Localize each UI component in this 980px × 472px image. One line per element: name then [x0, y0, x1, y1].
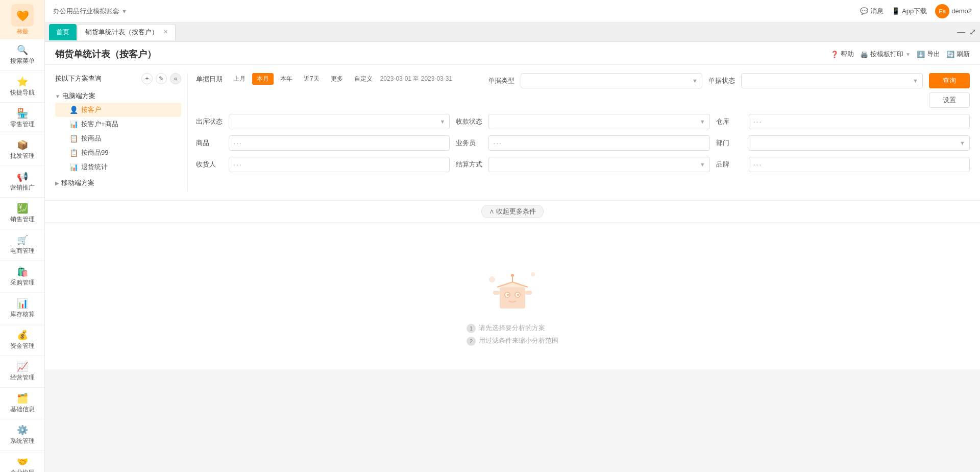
message-button[interactable]: 💬 消息 — [860, 7, 884, 16]
warehouse-input[interactable]: ··· — [749, 114, 970, 129]
sidebar-item-enterprise[interactable]: 🤝 企业协同 — [0, 451, 44, 472]
sidebar-item-label: 库存核算 — [10, 310, 35, 319]
order-type-chevron-icon: ▼ — [692, 78, 698, 84]
industry-title[interactable]: 办公用品行业模拟账套 ▼ — [53, 7, 127, 16]
query-button[interactable]: 查询 — [929, 73, 970, 88]
tab-sales-stat[interactable]: 销货单统计表（按客户） ✕ — [78, 24, 176, 40]
print-icon: 🖨️ — [860, 51, 868, 58]
date-tab-this-month[interactable]: 本月 — [252, 73, 274, 85]
salesperson-dots: ··· — [493, 139, 502, 147]
scheme-item-return-stat[interactable]: 📊 退货统计 — [55, 160, 181, 174]
tab-home[interactable]: 首页 — [49, 24, 77, 40]
refresh-button[interactable]: 🔄 刷新 — [946, 50, 970, 59]
scheme-item-label: 按客户 — [81, 105, 101, 114]
svg-rect-4 — [500, 287, 525, 309]
return-icon: 📊 — [69, 163, 78, 171]
app-download-button[interactable]: 📱 App下载 — [892, 7, 927, 16]
sidebar-item-quick-nav[interactable]: ⭐ 快捷导航 — [0, 71, 44, 103]
export-icon: ⬇️ — [917, 51, 925, 58]
main-area: 办公用品行业模拟账套 ▼ 💬 消息 📱 App下载 Ea demo2 首页 — [45, 0, 980, 472]
sidebar-item-label: 零售管理 — [10, 120, 35, 129]
out-status-input[interactable]: ▼ — [229, 114, 450, 129]
export-button[interactable]: ⬇️ 导出 — [917, 50, 940, 59]
scheme-item-by-customer-product[interactable]: 📊 按客户+商品 — [55, 117, 181, 131]
sidebar-item-retail[interactable]: 🏪 零售管理 — [0, 103, 44, 134]
scheme-group-mobile-title[interactable]: ▶ 移动端方案 — [55, 176, 181, 190]
export-label: 导出 — [927, 50, 940, 59]
sidebar-item-search[interactable]: 🔍 搜索菜单 — [0, 39, 44, 71]
print-button[interactable]: 🖨️ 按模板打印 ▼ — [860, 50, 911, 59]
date-tab-more[interactable]: 更多 — [326, 73, 348, 85]
sidebar-item-procurement[interactable]: 🛍️ 采购管理 — [0, 261, 44, 293]
tab-sales-stat-label: 销货单统计表（按客户） — [85, 28, 158, 37]
order-type-input[interactable]: ▼ — [521, 73, 702, 88]
wholesale-icon: 📦 — [17, 139, 28, 151]
sidebar-item-marketing[interactable]: 📢 营销推广 — [0, 166, 44, 198]
scheme-group-desktop-title[interactable]: ▼ 电脑端方案 — [55, 89, 181, 103]
consignee-input[interactable]: ··· — [229, 157, 450, 172]
user-menu[interactable]: Ea demo2 — [935, 4, 972, 18]
marketing-icon: 📢 — [17, 171, 28, 182]
logo-text: 标题 — [17, 28, 28, 35]
order-status-input[interactable]: ▼ — [741, 73, 923, 88]
department-label: 部门 — [716, 138, 745, 148]
refresh-icon: 🔄 — [946, 51, 954, 58]
sidebar-item-label: 批发管理 — [10, 152, 35, 160]
settlement-field: 结算方式 ▼ — [456, 157, 709, 172]
scheme-edit-button[interactable]: ✎ — [156, 73, 167, 84]
brand-input[interactable]: ··· — [749, 157, 970, 172]
sidebar-item-finance[interactable]: 💰 资金管理 — [0, 324, 44, 356]
tab-maximize-button[interactable]: ⤢ — [969, 27, 976, 37]
product-input[interactable]: ··· — [229, 135, 450, 151]
product-label: 商品 — [196, 138, 225, 148]
receipt-status-input[interactable]: ▼ — [488, 114, 709, 129]
scheme-item-by-product[interactable]: 📋 按商品 — [55, 131, 181, 146]
help-button[interactable]: ❓ 帮助 — [830, 50, 854, 59]
empty-tips: 1 请先选择要分析的方案 2 用过滤条件来缩小分析范围 — [467, 323, 558, 349]
warehouse-field: 仓库 ··· — [716, 114, 970, 129]
sidebar-item-system[interactable]: ⚙️ 系统管理 — [0, 419, 44, 451]
tab-close-icon[interactable]: ✕ — [163, 29, 168, 35]
scheme-item-by-customer[interactable]: 👤 按客户 — [55, 103, 181, 117]
empty-tip-2: 2 用过滤条件来缩小分析范围 — [467, 336, 558, 346]
scheme-item-by-product-99[interactable]: 📋 按商品99 — [55, 146, 181, 160]
salesperson-input[interactable]: ··· — [488, 135, 709, 151]
tab-minimize-button[interactable]: — — [957, 27, 965, 37]
department-input[interactable]: ▼ — [749, 135, 970, 151]
settings-button[interactable]: 设置 — [929, 92, 970, 108]
customer-product-icon: 📊 — [69, 120, 78, 128]
finance-icon: 💰 — [17, 329, 28, 341]
sidebar-item-inventory[interactable]: 📊 库存核算 — [0, 293, 44, 324]
procurement-icon: 🛍️ — [17, 266, 28, 277]
sidebar-item-basic[interactable]: 🗂️ 基础信息 — [0, 388, 44, 419]
receipt-status-label: 收款状态 — [456, 117, 484, 126]
date-field: 单据日期 上月 本月 本年 近7天 更多 自定义 2023-03-01 至 20… — [196, 73, 482, 85]
scheme-add-button[interactable]: + — [141, 73, 153, 84]
action-buttons: 查询 设置 — [929, 73, 970, 108]
date-tab-last-7[interactable]: 近7天 — [299, 73, 324, 85]
collapse-row[interactable]: ∧ 收起更多条件 — [45, 200, 980, 222]
sidebar-item-label: 销售管理 — [10, 215, 35, 224]
warehouse-label: 仓库 — [716, 117, 745, 126]
date-tab-custom[interactable]: 自定义 — [350, 73, 377, 85]
scheme-group-desktop: ▼ 电脑端方案 👤 按客户 📊 按客户+商品 📋 — [55, 89, 181, 174]
collapse-more-conditions-button[interactable]: ∧ 收起更多条件 — [481, 205, 544, 218]
out-status-label: 出库状态 — [196, 117, 225, 126]
filter-row-2: 出库状态 ▼ 收款状态 ▼ 仓库 — [196, 114, 970, 129]
date-tab-last-month[interactable]: 上月 — [229, 73, 250, 85]
sidebar-item-ecommerce[interactable]: 🛒 电商管理 — [0, 229, 44, 261]
tip-text-1: 请先选择要分析的方案 — [479, 323, 545, 333]
logo-area[interactable]: 🧡 标题 — [0, 0, 44, 39]
sidebar-item-operations[interactable]: 📈 经营管理 — [0, 356, 44, 388]
svg-point-7 — [507, 294, 509, 296]
settlement-input[interactable]: ▼ — [488, 157, 709, 172]
filter-row-3: 商品 ··· 业务员 ··· 部门 — [196, 135, 970, 151]
date-tab-this-year[interactable]: 本年 — [276, 73, 297, 85]
scheme-collapse-button[interactable]: « — [170, 73, 181, 84]
sidebar-item-sales[interactable]: 💹 销售管理 — [0, 198, 44, 229]
date-tabs: 上月 本月 本年 近7天 更多 自定义 — [229, 73, 377, 85]
topbar: 办公用品行业模拟账套 ▼ 💬 消息 📱 App下载 Ea demo2 — [45, 0, 980, 22]
empty-state: 1 请先选择要分析的方案 2 用过滤条件来缩小分析范围 — [45, 223, 980, 369]
sidebar-item-wholesale[interactable]: 📦 批发管理 — [0, 134, 44, 166]
customer-icon: 👤 — [69, 106, 78, 114]
